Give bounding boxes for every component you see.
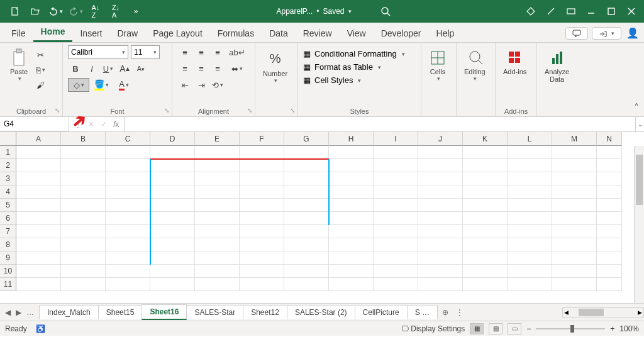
cell[interactable] [597,185,622,199]
cell[interactable] [552,159,597,172]
cell[interactable] [463,238,508,251]
bold-button[interactable]: B [68,62,83,75]
font-name-combo[interactable]: Calibri▾ [68,45,128,59]
cell[interactable] [418,185,463,199]
cell[interactable] [418,278,463,291]
cell[interactable] [284,199,329,212]
number-format-button[interactable]: % Number▾ [260,45,290,86]
number-dialog-icon[interactable]: ⤡ [290,107,295,114]
cell[interactable] [61,251,106,265]
cell[interactable] [329,278,374,291]
qat-more-icon[interactable]: » [126,0,146,23]
cell[interactable] [374,278,418,291]
name-box[interactable]: G4 [0,117,69,131]
cell[interactable] [106,159,150,172]
cell[interactable] [16,199,61,212]
cell[interactable] [374,146,418,159]
alignment-dialog-icon[interactable]: ⤡ [247,107,252,114]
align-middle-icon[interactable]: ≡ [194,45,209,59]
cell[interactable] [329,212,374,225]
cell[interactable] [16,212,61,225]
cell[interactable] [16,278,61,291]
row-header[interactable]: 8 [0,238,16,251]
sheet-list-icon[interactable]: ⋮ [453,308,466,317]
sheet-nav-next-icon[interactable]: ▶ [16,308,21,317]
cell[interactable] [418,225,463,238]
cell[interactable] [463,251,508,265]
cell[interactable] [374,172,418,185]
fill-color-button[interactable]: 🪣▾ [91,78,112,92]
cell[interactable] [195,278,240,291]
cell[interactable] [150,278,195,291]
cell[interactable] [150,159,195,172]
sheet-tab[interactable]: SALES-Star [186,305,243,319]
search-icon[interactable] [380,6,391,16]
open-file-icon[interactable] [25,0,45,23]
cell[interactable] [150,212,195,225]
maximize-button[interactable] [601,0,621,23]
cell[interactable] [16,185,61,199]
cell[interactable] [61,199,106,212]
cell[interactable] [329,225,374,238]
redo-icon[interactable]: ▾ [65,0,86,23]
format-painter-icon[interactable]: 🖌 [33,78,48,92]
sheet-tab[interactable]: Sheet15 [98,305,143,319]
tab-help[interactable]: Help [429,25,462,42]
cell[interactable] [552,238,597,251]
brush-icon[interactable] [541,0,561,23]
cell[interactable] [374,238,418,251]
cell[interactable] [463,212,508,225]
cell[interactable] [284,265,329,278]
cell[interactable] [240,199,284,212]
cell[interactable] [508,265,552,278]
cell[interactable] [240,212,284,225]
undo-icon[interactable]: ▾ [45,0,65,23]
cell[interactable] [16,146,61,159]
cell[interactable] [150,238,195,251]
paste-button[interactable]: Paste▾ [5,45,33,84]
column-header[interactable]: J [418,132,463,146]
row-header[interactable]: 9 [0,251,16,265]
cell[interactable] [61,225,106,238]
cell[interactable] [195,199,240,212]
cell[interactable] [195,159,240,172]
copy-icon[interactable]: ⎘▾ [33,63,48,77]
cell[interactable] [508,278,552,291]
column-header[interactable]: M [552,132,597,146]
borders-button[interactable]: ◇▾ [68,78,89,92]
cell[interactable] [552,278,597,291]
cell[interactable] [552,251,597,265]
cell[interactable] [106,185,150,199]
cell[interactable] [284,159,329,172]
cell[interactable] [597,172,622,185]
cell[interactable] [418,251,463,265]
new-file-icon[interactable] [5,0,25,23]
cell[interactable] [597,278,622,291]
cell[interactable] [61,278,106,291]
display-settings-button[interactable]: 🖵 Display Settings [401,324,465,333]
cell[interactable] [329,185,374,199]
horizontal-scrollbar[interactable]: ◀▶ [562,307,644,317]
row-header[interactable]: 5 [0,199,16,212]
cell[interactable] [106,238,150,251]
tab-review[interactable]: Review [296,25,340,42]
fx-icon[interactable]: fx [113,120,119,129]
column-header[interactable]: C [106,132,150,146]
clipboard-dialog-icon[interactable]: ⤡ [55,107,60,114]
page-layout-view-icon[interactable]: ▤ [489,323,502,334]
column-header[interactable]: G [284,132,329,146]
enter-formula-icon[interactable]: ✓ [101,120,107,129]
cell[interactable] [508,199,552,212]
cell[interactable] [240,278,284,291]
cell[interactable] [508,251,552,265]
row-header[interactable]: 2 [0,159,16,172]
cell[interactable] [597,212,622,225]
cell[interactable] [374,212,418,225]
cell[interactable] [552,212,597,225]
cell[interactable] [195,225,240,238]
cell[interactable] [552,185,597,199]
cells-button[interactable]: Cells▾ [426,45,449,84]
cell[interactable] [329,265,374,278]
analyze-data-button[interactable]: AnalyzeData [542,45,572,86]
cell[interactable] [284,172,329,185]
